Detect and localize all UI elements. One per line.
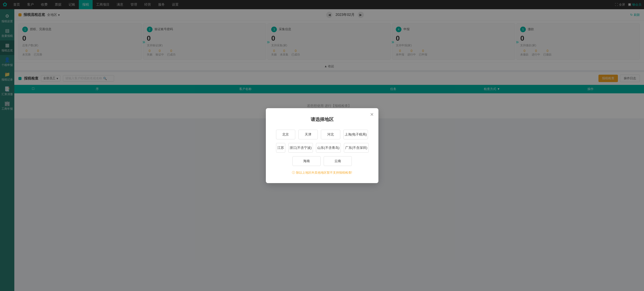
modal-title: 请选择地区 <box>276 116 368 122</box>
region-shanghai[interactable]: 上海(电子税局) <box>343 130 368 139</box>
region-grid-row3: 海南 云南 <box>276 156 368 166</box>
region-grid-row2: 江苏 浙江(不含宁波) 山东(不含青岛) 广东(不含深圳) <box>276 143 368 153</box>
region-yunnan[interactable]: 云南 <box>324 156 352 166</box>
modal-close-button[interactable]: ✕ <box>370 112 374 117</box>
region-shandong[interactable]: 山东(不含青岛) <box>316 143 341 153</box>
region-grid-row1: 北京 天津 河北 上海(电子税局) <box>276 130 368 139</box>
region-jiangsu[interactable]: 江苏 <box>276 143 285 153</box>
region-tianjin[interactable]: 天津 <box>298 130 318 139</box>
modal-overlay[interactable]: ✕ 请选择地区 北京 天津 河北 上海(电子税局) 江苏 浙江(不含宁波) 山东… <box>0 0 644 291</box>
region-select-modal: ✕ 请选择地区 北京 天津 河北 上海(电子税局) 江苏 浙江(不含宁波) 山东… <box>266 108 378 183</box>
warning-icon: ⓘ <box>292 171 295 175</box>
region-beijing[interactable]: 北京 <box>276 130 296 139</box>
region-hainan[interactable]: 海南 <box>292 156 321 166</box>
region-zhejiang[interactable]: 浙江(不含宁波) <box>288 143 313 153</box>
region-guangdong[interactable]: 广东(不含深圳) <box>344 143 369 153</box>
region-hebei[interactable]: 河北 <box>321 130 340 139</box>
modal-warning: ⓘ 除以上地区外其他地区暂不支持报税检查! <box>276 171 368 175</box>
